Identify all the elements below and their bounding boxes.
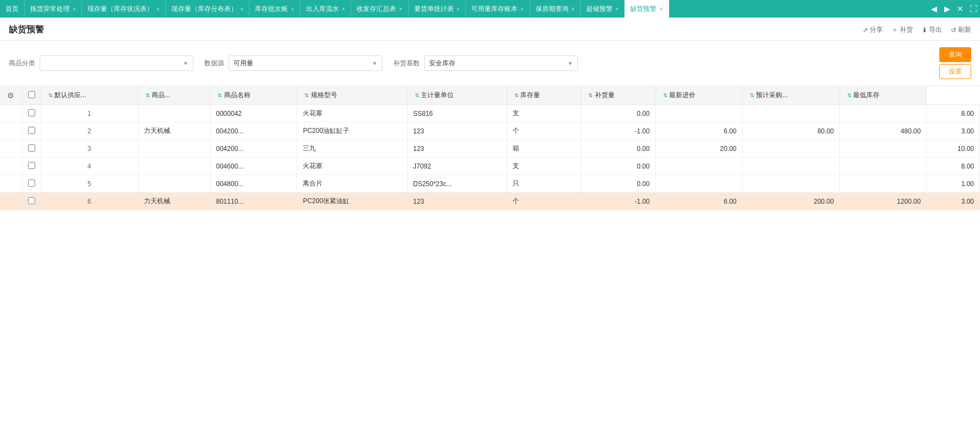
row-product-code: 0000042 — [210, 105, 297, 122]
tab-close-expiry-query[interactable]: × — [571, 5, 575, 12]
filter-group-replenish-base: 补货基数 安全库存 ▼ — [393, 55, 578, 71]
replenish-icon: ＋ — [892, 25, 898, 35]
tab-batch-account[interactable]: 库存批次账 × — [249, 0, 300, 18]
tab-collect-summary[interactable]: 收发存汇总表 × — [351, 0, 408, 18]
tab-close-abnormal[interactable]: × — [73, 5, 76, 12]
tab-overstock[interactable]: 超储预警 × — [581, 0, 625, 18]
row-checkbox-cell[interactable] — [22, 158, 41, 175]
tab-close-overstock[interactable]: × — [615, 5, 619, 12]
tab-bar: 首页 拣货异常处理 × 现存量（库存状况表） × 现存量（库存分布表） × 库存… — [0, 0, 980, 18]
row-checkbox-cell[interactable] — [22, 140, 41, 158]
tab-inventory-dist[interactable]: 现存量（库存分布表） × — [166, 0, 249, 18]
row-checkbox-1[interactable] — [28, 127, 35, 134]
datasource-select[interactable]: 可用量 ▼ — [229, 55, 382, 71]
row-min-stock: 8.00 — [927, 105, 980, 122]
export-button[interactable]: ⬇ 导出 — [922, 25, 942, 35]
column-spec: ⇅ 规格型号 — [297, 86, 408, 105]
row-num-cell: 4 — [41, 158, 138, 175]
tab-close-inventory-status[interactable]: × — [156, 5, 159, 12]
tab-nav-next[interactable]: ▶ — [940, 4, 954, 13]
settings-button[interactable]: 设置 — [939, 64, 971, 79]
export-icon: ⬇ — [922, 26, 927, 34]
row-checkbox-cell[interactable] — [22, 193, 41, 210]
tab-close-inventory-dist[interactable]: × — [240, 5, 243, 12]
row-product-code: 004800... — [210, 175, 297, 193]
column-product-name: ⇅ 商品名称 — [210, 86, 297, 105]
row-checkbox-5[interactable] — [28, 197, 35, 204]
sort-icon-replenish[interactable]: ⇅ — [588, 92, 593, 98]
tab-nav-prev[interactable]: ◀ — [927, 4, 940, 13]
sort-icon-est[interactable]: ⇅ — [750, 92, 754, 98]
sort-icon-price[interactable]: ⇅ — [663, 92, 667, 98]
tab-close-order-stat[interactable]: × — [456, 5, 460, 12]
tab-close-available-ledger[interactable]: × — [520, 5, 524, 12]
column-product-code: ⇅ 商品... — [138, 86, 210, 105]
row-product-name: 火花塞 — [297, 105, 408, 122]
row-checkbox-cell[interactable] — [22, 122, 41, 140]
share-button[interactable]: ↗ 分享 — [862, 25, 883, 35]
table-row: 3 004200... 三九 123 箱 0.00 20.00 10.00 — [0, 140, 980, 158]
sort-icon-spec[interactable]: ⇅ — [304, 92, 309, 98]
tab-close-all[interactable]: ✕ — [954, 4, 967, 13]
row-unit: 个 — [506, 193, 581, 210]
table-body: 1 0000042 火花塞 SS816 支 0.00 8.00 2 力天机械 0… — [0, 105, 980, 210]
column-default-supplier: ⇅ 默认供应... — [41, 86, 138, 105]
row-latest-price — [742, 175, 839, 193]
datasource-chevron-icon: ▼ — [372, 60, 377, 66]
tab-close-batch-account[interactable]: × — [291, 5, 294, 12]
row-replenish-qty — [655, 105, 742, 122]
row-product-code: 801110... — [210, 193, 297, 210]
column-stock: ⇅ 库存量 — [506, 86, 581, 105]
tab-close-shortage[interactable]: × — [659, 5, 662, 12]
row-checkbox-cell[interactable] — [22, 105, 41, 122]
tab-available-ledger[interactable]: 可用量库存账本 × — [466, 0, 530, 18]
query-button[interactable]: 查询 — [939, 47, 971, 62]
row-spec: DS250*23c... — [407, 175, 506, 193]
row-spec: 123 — [407, 193, 506, 210]
column-gear[interactable]: ⚙ — [0, 86, 22, 105]
tab-nav-controls: ◀ ▶ ✕ ⛶ — [927, 4, 980, 13]
row-checkbox-2[interactable] — [28, 144, 35, 152]
row-checkbox-3[interactable] — [28, 162, 35, 169]
tab-inventory-status[interactable]: 现存量（库存状况表） × — [82, 0, 165, 18]
refresh-button[interactable]: ↺ 刷新 — [951, 25, 971, 35]
main-content: 缺货预警 ↗ 分享 ＋ 补货 ⬇ 导出 ↺ 刷新 商品分类 — [0, 18, 980, 437]
tab-abnormal[interactable]: 拣货异常处理 × — [25, 0, 82, 18]
select-all-checkbox[interactable] — [28, 91, 35, 98]
row-product-code: 004200... — [210, 140, 297, 158]
gear-icon[interactable]: ⚙ — [7, 91, 14, 100]
replenish-button[interactable]: ＋ 补货 — [892, 25, 913, 35]
header-actions: ↗ 分享 ＋ 补货 ⬇ 导出 ↺ 刷新 — [862, 25, 971, 35]
category-select[interactable]: ▼ — [40, 55, 193, 71]
sort-icon-unit[interactable]: ⇅ — [415, 92, 419, 98]
row-checkbox-4[interactable] — [28, 180, 35, 187]
row-replenish-qty: 20.00 — [655, 140, 742, 158]
filter-area: 商品分类 ▼ 数据源 可用量 ▼ 补货基数 安全库存 ▼ 查询 设置 — [0, 41, 980, 86]
row-checkbox-cell[interactable] — [22, 175, 41, 193]
row-product-name: 三九 — [297, 140, 408, 158]
tab-close-collect-summary[interactable]: × — [399, 5, 402, 12]
replenish-base-select[interactable]: 安全库存 ▼ — [424, 55, 578, 71]
sort-icon-code[interactable]: ⇅ — [146, 92, 150, 98]
tab-order-stat[interactable]: 要货单统计表 × — [409, 0, 466, 18]
row-gear-cell — [0, 105, 22, 122]
row-min-stock: 1.00 — [927, 175, 980, 193]
row-checkbox-0[interactable] — [28, 109, 35, 116]
tab-expiry-query[interactable]: 保质期查询 × — [530, 0, 581, 18]
row-num-cell: 3 — [41, 140, 138, 158]
sort-icon-stock[interactable]: ⇅ — [514, 92, 519, 98]
sort-icon-supplier[interactable]: ⇅ — [48, 92, 53, 98]
sort-icon-name[interactable]: ⇅ — [218, 92, 222, 98]
row-num-cell: 2 — [41, 122, 138, 140]
datasource-label: 数据源 — [204, 59, 224, 68]
tab-close-inout-flow[interactable]: × — [342, 5, 345, 12]
row-est-purchase — [839, 158, 926, 175]
share-icon: ↗ — [862, 26, 868, 34]
row-latest-price: 80.00 — [742, 122, 839, 140]
tab-shortage[interactable]: 缺货预警 × — [625, 0, 669, 18]
tab-fullscreen[interactable]: ⛶ — [967, 4, 980, 13]
row-replenish-qty — [655, 158, 742, 175]
sort-icon-min[interactable]: ⇅ — [847, 92, 851, 98]
tab-inout-flow[interactable]: 出入库流水 × — [300, 0, 351, 18]
tab-home[interactable]: 首页 — [0, 0, 25, 18]
